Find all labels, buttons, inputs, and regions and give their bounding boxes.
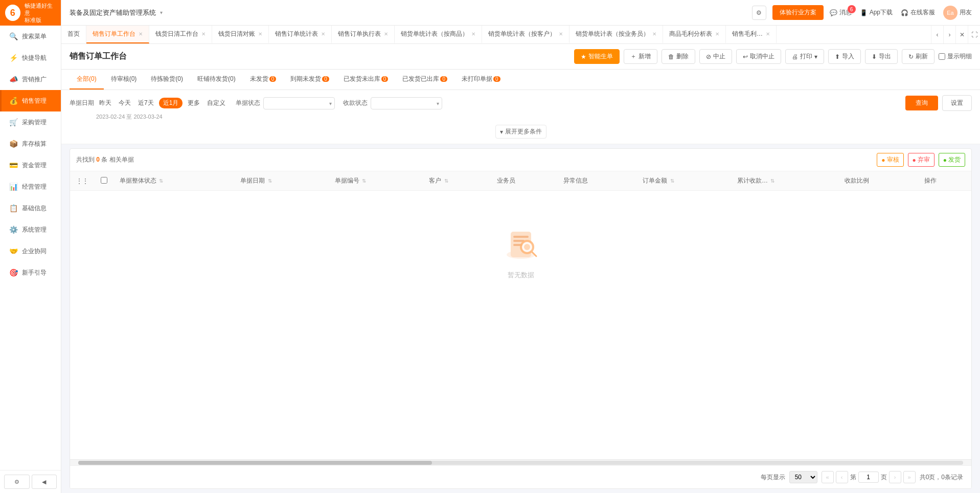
horizontal-scrollbar[interactable] (70, 459, 971, 465)
message-action[interactable]: 💬 6 消息 (830, 8, 852, 17)
sidebar-item-quicknav[interactable]: ⚡ 快捷导航 (0, 47, 61, 69)
discard-button[interactable]: ● 弃审 (908, 153, 935, 167)
tab-ship-stats-customer-close[interactable]: ✕ (559, 31, 563, 37)
page-prev-button[interactable]: ‹ (836, 471, 848, 483)
app-download-action[interactable]: 📱 App下载 (860, 8, 893, 17)
approve-button[interactable]: ● 审核 (877, 153, 903, 167)
tab-sales-workbench[interactable]: 销售订单工作台 ✕ (86, 26, 149, 43)
sidebar-item-marketing[interactable]: 📣 营销推广 (0, 69, 61, 90)
date-opt-yesterday[interactable]: 昨天 (97, 98, 113, 108)
scrollbar-thumb[interactable] (78, 461, 432, 465)
subtab-wangpu-ship[interactable]: 旺铺待发货(0) (190, 70, 243, 89)
stop-button[interactable]: ⊘ 中止 (699, 49, 732, 64)
sidebar-item-basic[interactable]: 📋 基础信息 (0, 197, 61, 219)
tab-cash-reconcile-close[interactable]: ✕ (258, 31, 262, 37)
refresh-button[interactable]: ↻ 刷新 (902, 49, 935, 64)
subtab-unprinted[interactable]: 未打印单据0 (454, 70, 508, 89)
sidebar-item-purchase[interactable]: 🛒 采购管理 (0, 111, 61, 133)
ship-button[interactable]: ● 发货 (939, 153, 965, 167)
sidebar-item-system[interactable]: ⚙️ 系统管理 (0, 219, 61, 240)
tab-ship-stats-sales[interactable]: 销货单统计表（按业务员） ✕ (569, 26, 663, 43)
table-scroll[interactable]: ⋮⋮ 单据整体状态 ⇅ 单据日期 ⇅ (70, 171, 971, 459)
subtab-unshipped[interactable]: 未发货0 (243, 70, 284, 89)
select-all-checkbox[interactable] (101, 177, 107, 184)
sidebar-item-sales[interactable]: 💰 销售管理 (0, 90, 61, 111)
subtab-pending-review[interactable]: 待审核(0) (104, 70, 144, 89)
finance-icon: 💳 (9, 161, 18, 170)
settings-gear-button[interactable]: ⚙ (752, 6, 766, 20)
delete-button[interactable]: 🗑 删除 (662, 49, 695, 64)
tab-ship-stats-sales-close[interactable]: ✕ (652, 31, 656, 37)
tab-sales-margin-close[interactable]: ✕ (766, 31, 770, 37)
tab-sales-exec-close[interactable]: ✕ (384, 31, 388, 37)
print-button[interactable]: 🖨 打印 ▾ (785, 49, 824, 64)
sort-customer[interactable]: ⇅ (444, 178, 448, 184)
subtab-all[interactable]: 全部(0) (70, 70, 104, 89)
solution-button[interactable]: 体验行业方案 (772, 5, 824, 20)
subtab-overdue-unshipped[interactable]: 到期未发货0 (283, 70, 336, 89)
tab-sales-exec[interactable]: 销售订单执行表 ✕ (332, 26, 395, 43)
page-next-button[interactable]: › (889, 471, 901, 483)
sort-amount[interactable]: ⇅ (670, 178, 674, 184)
unshipped-badge: 0 (269, 76, 277, 82)
set-button[interactable]: 设置 (942, 95, 972, 111)
tab-ship-stats-customer[interactable]: 销货单统计表（按客户） ✕ (482, 26, 569, 43)
page-last-button[interactable]: » (903, 471, 916, 483)
tab-ship-stats-product-close[interactable]: ✕ (471, 31, 475, 37)
tab-sales-stats[interactable]: 销售订单统计表 ✕ (269, 26, 332, 43)
per-page-select[interactable]: 10 20 50 100 (789, 471, 817, 483)
subtab-shipped-not-out[interactable]: 已发货未出库0 (336, 70, 396, 89)
date-opt-more[interactable]: 更多 (186, 98, 202, 108)
date-opt-1month[interactable]: 近1月 (159, 98, 183, 108)
tab-fullscreen[interactable]: ⛶ (968, 26, 980, 44)
date-opt-7days[interactable]: 近7天 (136, 98, 156, 108)
tab-cash-reconcile[interactable]: 钱货日清对账 ✕ (212, 26, 269, 43)
tab-cash-daily-close[interactable]: ✕ (201, 31, 206, 37)
tab-margin-analysis-label: 商品毛利分析表 (669, 30, 712, 38)
settings-button[interactable]: ⚙ (4, 475, 30, 489)
sort-number[interactable]: ⇅ (362, 178, 366, 184)
smart-create-button[interactable]: ★ 智能生单 (574, 49, 620, 64)
page-input[interactable] (858, 472, 879, 483)
query-button[interactable]: 查询 (905, 96, 938, 110)
expand-more-button[interactable]: ▾ 展开更多条件 (495, 125, 546, 139)
status-select[interactable] (263, 97, 335, 109)
collapse-button[interactable]: ◀ (32, 475, 57, 489)
sort-status[interactable]: ⇅ (159, 178, 163, 184)
sidebar-item-operations[interactable]: 📊 经营管理 (0, 176, 61, 197)
show-detail-checkbox[interactable] (939, 53, 945, 60)
system-dropdown-arrow[interactable]: ▾ (160, 10, 163, 15)
sidebar-item-search[interactable]: 🔍 搜索菜单 (0, 26, 61, 47)
sidebar-item-guide[interactable]: 🎯 新手引导 (0, 262, 61, 283)
date-opt-custom[interactable]: 自定义 (205, 98, 227, 108)
sidebar-item-inventory[interactable]: 📦 库存核算 (0, 133, 61, 154)
page-first-button[interactable]: « (822, 471, 834, 483)
date-opt-today[interactable]: 今天 (117, 98, 133, 108)
tab-sales-workbench-close[interactable]: ✕ (139, 31, 143, 37)
online-service-action[interactable]: 🎧 在线客服 (901, 8, 935, 17)
add-button[interactable]: ＋ 新增 (624, 49, 657, 64)
show-detail-label[interactable]: 显示明细 (939, 52, 972, 61)
sort-cumulative[interactable]: ⇅ (770, 178, 774, 184)
import-button[interactable]: ⬆ 导入 (828, 49, 861, 64)
receipt-select[interactable] (371, 97, 442, 109)
tab-sales-stats-close[interactable]: ✕ (321, 31, 325, 37)
tab-ship-stats-product[interactable]: 销货单统计表（按商品） ✕ (395, 26, 482, 43)
sidebar-item-finance[interactable]: 💳 资金管理 (0, 154, 61, 176)
topbar-title: 装备及固定资产辅助管理系统 ▾ (70, 8, 746, 17)
subtab-shipped-out[interactable]: 已发货已出库0 (395, 70, 454, 89)
tab-margin-analysis-close[interactable]: ✕ (715, 31, 719, 37)
tab-home[interactable]: 首页 (61, 26, 86, 43)
tab-margin-analysis[interactable]: 商品毛利分析表 ✕ (663, 26, 726, 43)
export-button[interactable]: ⬇ 导出 (865, 49, 898, 64)
tab-next-arrow[interactable]: › (943, 26, 955, 44)
sidebar-item-collab[interactable]: 🤝 企业协同 (0, 240, 61, 262)
tab-cash-daily[interactable]: 钱货日清工作台 ✕ (149, 26, 212, 43)
tab-close-all[interactable]: ✕ (955, 26, 968, 44)
user-action[interactable]: Ea 用友 (943, 6, 972, 20)
tab-sales-margin[interactable]: 销售毛利… ✕ (726, 26, 777, 43)
sort-date[interactable]: ⇅ (268, 178, 272, 184)
subtab-pending-check[interactable]: 待拣验货(0) (144, 70, 190, 89)
cancel-stop-button[interactable]: ↩ 取消中止 (736, 49, 781, 64)
tab-prev-arrow[interactable]: ‹ (931, 26, 943, 44)
